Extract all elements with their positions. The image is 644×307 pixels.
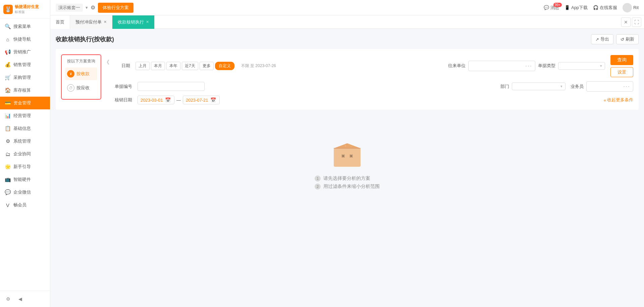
filter-option-receipt[interactable]: ¥ 按收款 (65, 67, 97, 80)
user-display-item[interactable]: Rit (623, 3, 639, 12)
sidebar-item-member[interactable]: V畅会员 (0, 199, 50, 211)
write-off-date-label: 核销日期 (115, 97, 132, 103)
staff-dots-icon: ··· (623, 83, 630, 90)
filter-main: 日期 上月 本月 本年 近7天 更多 自定义 不限 至 2023-07-26 往… (115, 54, 633, 104)
settings-icon[interactable]: ⚙ (3, 294, 13, 304)
write-off-start-date[interactable]: 2023-03-01 📅 (138, 96, 174, 104)
write-off-date-range: 2023-03-01 📅 — 2023-07-21 📅 (138, 96, 220, 104)
sidebar-item-wechat[interactable]: 💬企业微信 (0, 186, 50, 199)
counterparty-input[interactable]: ··· (468, 61, 535, 71)
sidebar-item-business[interactable]: 📊经营管理 (0, 109, 50, 122)
sidebar-item-purchase[interactable]: 🛒采购管理 (0, 71, 50, 84)
empty-hint-2: 2 用过滤条件来缩小分析范围 (315, 184, 380, 190)
filter-sidebar-collapse-btn[interactable]: 《 (103, 58, 111, 67)
sidebar-item-search[interactable]: 🔍搜索菜单 (0, 20, 50, 33)
query-actions: 查询 设置 (610, 54, 633, 77)
tabs-controls: ✕ ⛶ (621, 17, 644, 27)
sidebar-nav: 🔍搜索菜单⌂快捷导航📢营销推广💰销售管理🛒采购管理🏠库存核算💳资金管理📊经营管理… (0, 19, 50, 291)
tab-prepay-close[interactable]: ✕ (104, 20, 107, 24)
voucher-number-input[interactable] (138, 82, 205, 91)
voucher-type-select[interactable]: ▾ (558, 62, 605, 70)
date-btns: 上月 本月 本年 近7天 更多 自定义 (136, 62, 234, 70)
sidebar-item-label-system: 系统管理 (13, 138, 31, 144)
page-title: 收款核销执行(按收款) (56, 35, 114, 43)
sidebar-item-label-guide: 新手引导 (13, 164, 31, 170)
tab-home[interactable]: 首页 (50, 15, 70, 29)
date-btn-this-month[interactable]: 本月 (151, 62, 165, 70)
query-btn[interactable]: 查询 (610, 55, 633, 65)
sidebar-item-shortcut[interactable]: ⌂快捷导航 (0, 33, 50, 46)
purchase-icon: 🛒 (5, 74, 11, 81)
empty-illustration (327, 137, 367, 170)
sidebar-logo-text: 畅捷通好生意 标准版 (15, 4, 39, 14)
sidebar-item-hardware[interactable]: 📺智能硬件 (0, 173, 50, 186)
sidebar-item-marketing[interactable]: 📢营销推广 (0, 46, 50, 58)
department-select[interactable]: ▾ (512, 83, 566, 90)
tab-expand-btn[interactable]: ⛶ (632, 17, 641, 27)
filter-sidebar: 按以下方案查询 ¥ 按收款 ⏱ 按应收 (61, 54, 101, 100)
tab-receipt[interactable]: 收款核销执行 ✕ (112, 15, 155, 29)
message-badge: 99+ (553, 3, 562, 7)
date-btn-last-month[interactable]: 上月 (136, 62, 150, 70)
app-download-item[interactable]: 📱 App下载 (565, 5, 588, 11)
sidebar-item-system[interactable]: ⚙系统管理 (0, 135, 50, 148)
sidebar-item-label-member: 畅会员 (13, 202, 26, 208)
sidebar-item-basic[interactable]: 📋基础信息 (0, 122, 50, 135)
svg-rect-0 (334, 148, 361, 167)
tab-receipt-close[interactable]: ✕ (146, 20, 149, 24)
online-service-item[interactable]: 🎧 在线客服 (593, 5, 617, 11)
refresh-btn[interactable]: ↺ 刷新 (616, 34, 639, 44)
counterparty-dots-icon: ··· (525, 62, 532, 69)
topbar-gear-icon[interactable]: ⚙ (91, 4, 95, 11)
sidebar-item-guide[interactable]: 🌟新手引导 (0, 160, 50, 173)
tab-prepay-label: 预付冲应付单 (75, 19, 102, 25)
svg-point-9 (345, 145, 346, 147)
calendar-start-icon: 📅 (165, 97, 171, 103)
date-btn-more[interactable]: 更多 (200, 62, 214, 70)
sidebar-item-label-wechat: 企业微信 (13, 189, 31, 195)
sidebar-item-cooperation[interactable]: 🗂企业协同 (0, 148, 50, 160)
export-btn[interactable]: ↗ 导出 (591, 34, 613, 44)
setting-btn[interactable]: 设置 (610, 67, 633, 77)
date-btn-last-7days[interactable]: 近7天 (182, 62, 198, 70)
tab-prepay[interactable]: 预付冲应付单 ✕ (70, 15, 112, 29)
shortcut-icon: ⌂ (5, 37, 11, 42)
export-icon: ↗ (595, 37, 599, 42)
hardware-icon: 📺 (5, 176, 11, 183)
collapse-sidebar-icon[interactable]: ◀ (15, 294, 25, 304)
system-icon: ⚙ (5, 138, 11, 144)
receipt-option-icon: ¥ (67, 70, 74, 78)
receipt-option-label: 按收款 (76, 71, 90, 77)
sidebar-item-label-business: 经营管理 (13, 113, 31, 119)
sidebar-item-finance[interactable]: 💳资金管理 (0, 97, 50, 109)
sidebar-item-label-sales: 销售管理 (13, 62, 31, 68)
date-no-limit: 不限 至 2023-07-26 (241, 63, 276, 69)
staff-input[interactable]: ··· (586, 81, 633, 92)
date-btn-this-year[interactable]: 本年 (166, 62, 180, 70)
app-download-icon: 📱 (565, 5, 570, 10)
collapse-more-btn[interactable]: « 收起更多条件 (604, 97, 633, 103)
counterparty-label: 往来单位 (448, 63, 466, 69)
staff-label: 业务员 (568, 84, 584, 90)
message-item[interactable]: 💬 消息 99+ (544, 5, 559, 11)
tab-close-all-btn[interactable]: ✕ (621, 17, 631, 27)
collapse-icon: « (604, 98, 606, 103)
receivable-option-label: 按应收 (76, 85, 90, 91)
topbar-left: 演示账套一 ▾ ⚙ 体验行业方案 (56, 3, 540, 13)
department-label: 部门 (494, 84, 509, 90)
user-display-name: Rit (633, 5, 639, 10)
svg-point-11 (351, 146, 352, 147)
empty-num-1: 1 (315, 175, 321, 182)
svg-marker-1 (334, 143, 361, 148)
sidebar-item-inventory[interactable]: 🏠库存核算 (0, 84, 50, 97)
filter-option-receivable[interactable]: ⏱ 按应收 (65, 82, 97, 94)
sidebar-item-sales[interactable]: 💰销售管理 (0, 58, 50, 71)
app-download-label: App下载 (571, 5, 588, 11)
date-label: 日期 (115, 63, 130, 69)
write-off-end-date[interactable]: 2023-07-21 📅 (183, 96, 220, 104)
topbar-dropdown-icon[interactable]: ▾ (86, 5, 88, 10)
cooperation-icon: 🗂 (5, 151, 11, 157)
industry-btn[interactable]: 体验行业方案 (98, 3, 133, 13)
date-btn-custom[interactable]: 自定义 (215, 62, 234, 70)
topbar-username[interactable]: 演示账套一 (56, 4, 83, 12)
